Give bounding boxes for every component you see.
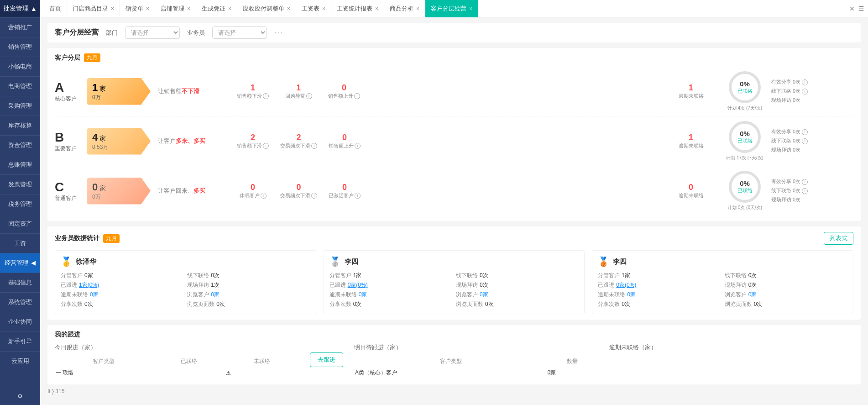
sidebar-item-yyyy[interactable]: 云应用 (0, 352, 40, 371)
tab-home[interactable]: 首页 (44, 0, 67, 17)
info-icon[interactable]: i (311, 143, 317, 149)
tier-c-stat-2[interactable]: 0 交易频次下滑 i (280, 183, 317, 199)
tab-close-icon[interactable]: × (146, 5, 149, 12)
tab-customer-tier[interactable]: 客户分层经营 × (425, 0, 478, 17)
info-icon[interactable]: i (802, 138, 808, 144)
info-icon[interactable]: i (802, 79, 808, 85)
tier-c-stat-3[interactable]: 0 已激活客户 i (326, 183, 363, 199)
sidebar-item-swgl[interactable]: 税务管理 (0, 195, 40, 214)
go-follow-button[interactable]: 去跟进 (310, 352, 343, 367)
val-link[interactable]: 0家 (90, 291, 99, 299)
tab-close-all-icon[interactable]: ✕ (849, 5, 855, 12)
sidebar-item-gz[interactable]: 工资 (0, 234, 40, 253)
val-link[interactable]: 0家 (359, 291, 367, 299)
stat-label: 交易频次下滑 i (280, 192, 317, 199)
tab-product-analysis[interactable]: 商品分析 × (384, 0, 425, 17)
filter-more-icon[interactable]: ··· (274, 29, 283, 37)
sidebar-brand[interactable]: 批发管理 ▲ (0, 0, 40, 18)
label: 浏览页面数 (725, 300, 752, 308)
sidebar-item-label: 发票管理 (8, 181, 32, 188)
sidebar-item-zzgl[interactable]: 总账管理 (0, 155, 40, 175)
tier-a-stat-2[interactable]: 1 回购异常 i (280, 83, 317, 100)
tab-voucher[interactable]: 生成凭证 × (196, 0, 237, 17)
staff-stat-row: 已跟进 0家(0%) (329, 281, 452, 289)
sidebar-item-dscgl[interactable]: 电商管理 (0, 77, 40, 96)
info-icon[interactable]: i (355, 193, 361, 199)
tier-c-stat-1[interactable]: 0 休眠客户 i (235, 183, 271, 199)
info-icon[interactable]: i (263, 143, 269, 149)
tier-c-count-box[interactable]: 0 家 0万 (87, 178, 151, 205)
tab-close-icon[interactable]: × (469, 5, 472, 12)
val-link[interactable]: 0家 (211, 291, 220, 299)
page-header: 客户分层经营 部门 请选择 业务员 请选择 ··· (47, 23, 861, 42)
sidebar-item-xsgl[interactable]: 销售管理 (0, 37, 40, 57)
val-link[interactable]: 0家(0%) (616, 281, 636, 289)
tier-c-share: 有效分享 0次 i (771, 177, 853, 186)
info-icon[interactable]: i (802, 188, 808, 194)
tier-b-count-box[interactable]: 4 家 0.53万 (87, 128, 151, 155)
info-icon[interactable]: i (802, 129, 808, 135)
tab-close-icon[interactable]: × (187, 5, 190, 12)
dept-select[interactable]: 请选择 (125, 26, 180, 39)
tab-close-icon[interactable]: × (375, 5, 378, 12)
sidebar-item-zjgl[interactable]: 资金管理 (0, 136, 40, 155)
sidebar-item-yxjc[interactable]: 营销推广 (0, 18, 40, 37)
sidebar-item-jcxx[interactable]: 基础信息 (0, 273, 40, 293)
sidebar-item-xsyd[interactable]: 新手引导 (0, 332, 40, 352)
stat-num: 1 (280, 83, 317, 93)
list-view-button[interactable]: 列表式 (824, 232, 853, 245)
tab-close-icon[interactable]: × (228, 5, 231, 12)
tier-b-stat-1[interactable]: 2 销售额下滑 i (235, 133, 271, 149)
tier-a-plan: 计划 4次 (7天/次) (722, 105, 768, 111)
staff-stats-2: 分管客户 1家 线下联络 0次 已跟进 0家(0%) 现场拜访 (329, 272, 579, 308)
tab-close-icon[interactable]: × (322, 5, 325, 12)
sidebar-item-label: 系统管理 (8, 299, 32, 305)
info-icon[interactable]: i (802, 179, 808, 185)
tab-close-icon[interactable]: × (416, 5, 419, 12)
sidebar-item-label: 经营管理 (5, 259, 28, 266)
follow-section: 我的跟进 今日跟进（家） 客户类型 已联络 未联络 (47, 325, 861, 384)
tier-a-stat-3[interactable]: 0 销售额上升 i (326, 83, 362, 100)
info-icon[interactable]: i (354, 93, 360, 99)
sidebar-item-jygl[interactable]: 经营管理 ◀ (0, 253, 40, 273)
info-icon[interactable]: i (263, 93, 269, 99)
tab-salary-report[interactable]: 工资统计报表 × (331, 0, 384, 17)
tab-close-icon[interactable]: × (111, 5, 114, 12)
sidebar-item-kchj[interactable]: 库存核算 (0, 116, 40, 136)
tab-salary[interactable]: 工资表 × (296, 0, 331, 17)
info-icon[interactable]: i (802, 89, 808, 95)
val-link[interactable]: 1家(0%) (79, 281, 99, 289)
tier-a-stat-1[interactable]: 1 销售额下滑 i (235, 83, 271, 100)
stat-label: 销售额上升 i (326, 142, 363, 149)
tier-b-stat-2[interactable]: 2 交易频次下滑 i (280, 133, 317, 149)
sidebar-item-cggl[interactable]: 采购管理 (0, 96, 40, 116)
info-icon[interactable]: i (306, 93, 312, 99)
tier-a-num: 1 (92, 82, 98, 93)
tab-ap-adjust[interactable]: 应收应付调整单 × (237, 0, 296, 17)
val-link[interactable]: 0家 (748, 291, 757, 299)
val-link[interactable]: 0家(0%) (348, 281, 368, 289)
label: 现场拜访 (187, 281, 209, 289)
staff-stat-row: 线下联络 0次 (187, 272, 310, 279)
sidebar-item-label: 销售管理 (8, 43, 32, 50)
tab-store-mgmt[interactable]: 店铺管理 × (155, 0, 196, 17)
info-icon[interactable]: i (261, 193, 267, 199)
info-icon[interactable]: i (355, 143, 361, 149)
sidebar-item-gdzy[interactable]: 固定资产 (0, 214, 40, 234)
tab-store-products[interactable]: 门店商品目录 × (67, 0, 120, 17)
sidebar-item-xtgl[interactable]: 系统管理 (0, 293, 40, 312)
tab-close-icon[interactable]: × (287, 5, 290, 12)
tier-a-count-box[interactable]: 1 家 0万 (87, 78, 151, 105)
tab-menu-icon[interactable]: ☰ (858, 5, 864, 12)
sidebar-settings[interactable]: ⚙ (0, 387, 40, 405)
val-link[interactable]: 0家 (480, 291, 488, 299)
info-icon[interactable]: i (311, 193, 317, 199)
val: 0次 (793, 188, 800, 193)
val-link[interactable]: 0家 (627, 291, 636, 299)
staff-select[interactable]: 请选择 (212, 26, 267, 39)
sidebar-item-fpgl[interactable]: 发票管理 (0, 175, 40, 195)
tier-b-stat-3[interactable]: 0 销售额上升 i (326, 133, 363, 149)
tab-sales-order[interactable]: 销货单 × (120, 0, 155, 17)
sidebar-item-qyxt[interactable]: 企业协同 (0, 312, 40, 332)
sidebar-item-xcdsc[interactable]: 小畅电商 (0, 57, 40, 77)
